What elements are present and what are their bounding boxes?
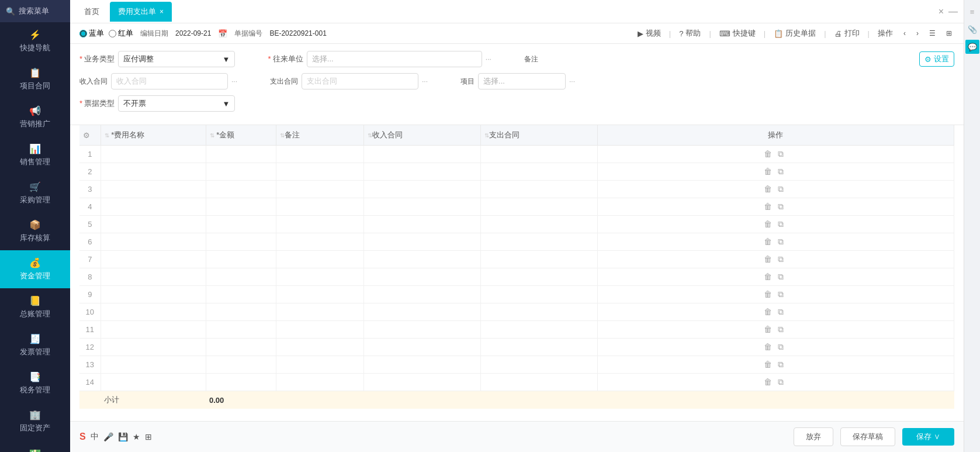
microphone-icon[interactable]: 🎤	[103, 432, 113, 441]
delete-btn-7[interactable]: 🗑	[764, 254, 772, 264]
window-minimize-btn[interactable]: —	[948, 6, 958, 17]
expense-name-5[interactable]	[101, 216, 206, 233]
sidebar-item-project-contract[interactable]: 📋 项目合同	[0, 60, 70, 98]
copy-btn-3[interactable]: ⧉	[778, 184, 784, 194]
amount-13[interactable]	[206, 356, 276, 374]
expense-name-1[interactable]	[101, 146, 206, 163]
expense-contract-6[interactable]	[480, 233, 597, 251]
shortcut-btn[interactable]: ⌨ 快捷键	[717, 27, 758, 40]
expense-contract-4[interactable]	[480, 198, 597, 216]
project-input[interactable]: 选择...	[478, 73, 566, 89]
income-contract-13[interactable]	[363, 356, 480, 374]
amount-11[interactable]	[206, 321, 276, 339]
amount-1[interactable]	[206, 146, 276, 163]
copy-btn-13[interactable]: ⧉	[778, 360, 784, 369]
expense-name-14[interactable]	[101, 374, 206, 391]
delete-btn-8[interactable]: 🗑	[764, 272, 772, 281]
calendar-icon[interactable]: 📅	[218, 29, 227, 38]
income-contract-7[interactable]	[363, 251, 480, 268]
business-type-select[interactable]: 应付调整 ▼	[118, 51, 235, 67]
expense-name-3[interactable]	[101, 181, 206, 198]
income-sort[interactable]: ⇅	[368, 132, 372, 139]
amount-2[interactable]	[206, 163, 276, 181]
expense-name-8[interactable]	[101, 268, 206, 286]
expense-contract-dots[interactable]: ···	[422, 77, 428, 85]
amount-sort[interactable]: ⇅	[210, 132, 214, 139]
delete-btn-9[interactable]: 🗑	[764, 289, 772, 299]
notes-1[interactable]	[276, 146, 363, 163]
gear-column-header[interactable]: ⚙	[79, 125, 101, 146]
income-contract-8[interactable]	[363, 268, 480, 286]
notes-2[interactable]	[276, 163, 363, 181]
delete-btn-5[interactable]: 🗑	[764, 219, 772, 229]
notes-13[interactable]	[276, 356, 363, 374]
sidebar-search[interactable]: 🔍 搜索菜单	[0, 0, 70, 22]
expense-name-9[interactable]	[101, 286, 206, 303]
copy-btn-9[interactable]: ⧉	[778, 289, 784, 299]
copy-btn-2[interactable]: ⧉	[778, 167, 784, 176]
prev-btn[interactable]: ‹	[901, 28, 908, 39]
notes-14[interactable]	[276, 374, 363, 391]
radio-blue-input[interactable]	[79, 30, 87, 37]
history-btn[interactable]: 📋 历史单据	[771, 27, 818, 40]
operations-btn[interactable]: 操作	[875, 27, 895, 40]
expense-contract-10[interactable]	[480, 303, 597, 321]
expense-contract-input[interactable]: 支出合同	[302, 73, 418, 89]
copy-btn-10[interactable]: ⧉	[778, 307, 784, 316]
radio-blue-label[interactable]: 蓝单	[79, 28, 104, 39]
delete-btn-13[interactable]: 🗑	[764, 360, 772, 369]
grid-icon-footer[interactable]: ⊞	[145, 432, 152, 441]
income-contract-14[interactable]	[363, 374, 480, 391]
expense-contract-14[interactable]	[480, 374, 597, 391]
delete-btn-11[interactable]: 🗑	[764, 325, 772, 334]
next-btn[interactable]: ›	[914, 28, 921, 39]
expense-name-12[interactable]	[101, 339, 206, 356]
sidebar-item-fixed-assets[interactable]: 🏢 固定资产	[0, 402, 70, 440]
sidebar-item-payroll[interactable]: 💵 工资	[0, 440, 70, 452]
amount-4[interactable]	[206, 198, 276, 216]
amount-7[interactable]	[206, 251, 276, 268]
invoice-type-select[interactable]: 不开票 ▼	[118, 95, 235, 112]
income-contract-4[interactable]	[363, 198, 480, 216]
copy-btn-8[interactable]: ⧉	[778, 272, 784, 281]
sidebar-item-sales-promotion[interactable]: 📢 营销推广	[0, 98, 70, 136]
income-contract-3[interactable]	[363, 181, 480, 198]
notes-6[interactable]	[276, 233, 363, 251]
copy-btn-12[interactable]: ⧉	[778, 342, 784, 351]
expense-contract-8[interactable]	[480, 268, 597, 286]
income-contract-1[interactable]	[363, 146, 480, 163]
expense-contract-5[interactable]	[480, 216, 597, 233]
amount-14[interactable]	[206, 374, 276, 391]
amount-3[interactable]	[206, 181, 276, 198]
window-close-btn[interactable]: ×	[939, 6, 944, 17]
discard-button[interactable]: 放弃	[794, 427, 833, 446]
copy-btn-14[interactable]: ⧉	[778, 377, 784, 387]
notes-10[interactable]	[276, 303, 363, 321]
sidebar-item-inventory[interactable]: 📦 库存核算	[0, 212, 70, 250]
notes-sort[interactable]: ⇅	[280, 132, 285, 139]
tab-expense[interactable]: 费用支出单 ×	[110, 2, 172, 22]
tab-close-icon[interactable]: ×	[160, 8, 164, 16]
sidebar-item-purchase-mgmt[interactable]: 🛒 采购管理	[0, 174, 70, 212]
right-panel-attachment-icon[interactable]: 📎	[965, 22, 979, 36]
copy-btn-4[interactable]: ⧉	[778, 202, 784, 211]
sort-arrows[interactable]: ⇅	[105, 132, 109, 139]
save-draft-button[interactable]: 保存草稿	[840, 427, 895, 446]
save-icon[interactable]: 💾	[118, 432, 128, 441]
star-icon[interactable]: ★	[133, 432, 140, 441]
sidebar-item-accounting[interactable]: 📒 总账管理	[0, 288, 70, 326]
amount-12[interactable]	[206, 339, 276, 356]
amount-10[interactable]	[206, 303, 276, 321]
tab-home[interactable]: 首页	[76, 2, 108, 22]
right-panel-list-icon[interactable]: ≡	[965, 5, 979, 19]
expense-contract-3[interactable]	[480, 181, 597, 198]
expense-name-6[interactable]	[101, 233, 206, 251]
notes-8[interactable]	[276, 268, 363, 286]
expense-contract-1[interactable]	[480, 146, 597, 163]
zhong-icon[interactable]: 中	[91, 432, 99, 442]
sidebar-item-capital-mgmt[interactable]: 💰 资金管理	[0, 250, 70, 288]
income-contract-10[interactable]	[363, 303, 480, 321]
income-contract-input[interactable]: 收入合同	[111, 73, 228, 89]
notes-3[interactable]	[276, 181, 363, 198]
amount-9[interactable]	[206, 286, 276, 303]
